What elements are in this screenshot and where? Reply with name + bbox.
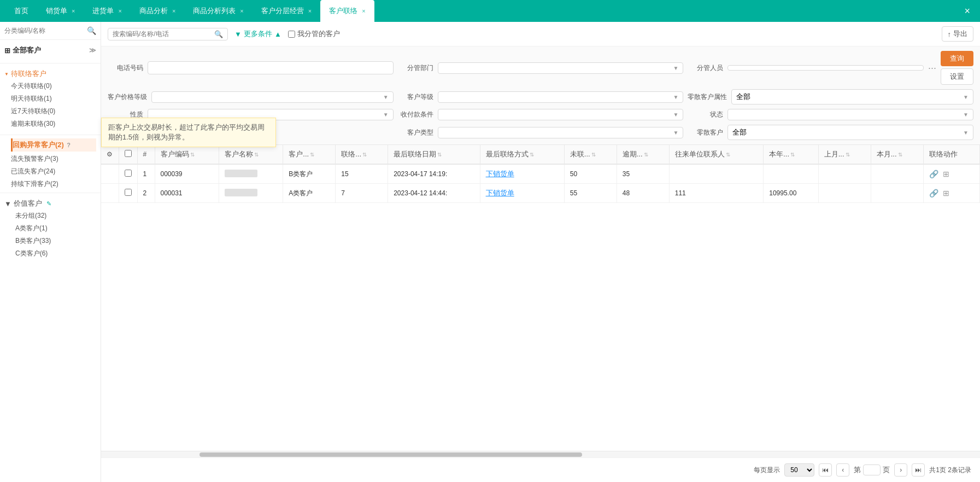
phone-input[interactable] xyxy=(148,61,394,74)
name-blurred xyxy=(225,189,257,196)
th-settings[interactable]: ⚙ xyxy=(101,145,119,164)
pagination-bar: 每页显示 50 20 100 ⏮ ‹ 第 1 页 › ⏭ 共1页 2条记录 xyxy=(101,457,980,482)
sidebar-item-lost-pre[interactable]: 流失预警客户(3) xyxy=(0,153,101,165)
status-select[interactable]: ▼ xyxy=(727,109,973,120)
scrollbar-thumb[interactable] xyxy=(199,452,582,457)
value-edit-icon[interactable]: ✎ xyxy=(46,200,51,207)
sort-icon-code: ⇅ xyxy=(190,152,195,158)
window-close-button[interactable]: × xyxy=(960,5,975,17)
content-area: 🔍 ▼ 更多条件 ▲ 我分管的客户 ↑ 导出 电话号码 xyxy=(101,22,980,482)
all-customers-header[interactable]: ⊞ 全部客户 ≫ xyxy=(4,43,96,57)
tab-product-analysis-list[interactable]: 商品分析列表 × xyxy=(184,0,252,22)
th-this-year: 本年...⇅ xyxy=(764,145,819,164)
row-checkbox[interactable] xyxy=(125,189,132,196)
abnormal-hint-icon[interactable]: ? xyxy=(67,142,71,148)
tab-customer-contact[interactable]: 客户联络 × xyxy=(320,0,374,22)
name-blurred xyxy=(225,170,257,177)
sidebar-item-declining[interactable]: 持续下滑客户(2) xyxy=(0,178,101,190)
cell-last-method: 下销货单 xyxy=(480,164,564,184)
more-dots-btn[interactable]: ··· xyxy=(928,62,936,74)
page-number-input[interactable]: 1 xyxy=(863,464,881,475)
cell-no-contact: 50 xyxy=(564,164,617,184)
settings-button[interactable]: 设置 xyxy=(941,68,973,85)
table-area: ⚙ # 客户编码⇅ 客户名称⇅ 客户...⇅ 联络... xyxy=(101,145,980,451)
page-first-btn[interactable]: ⏮ xyxy=(819,463,832,477)
cell-this-year: 10995.00 xyxy=(764,184,819,203)
sidebar-item-today[interactable]: 今天待联络(0) xyxy=(0,80,101,92)
sidebar-item-ungroup[interactable]: 未分组(32) xyxy=(4,210,96,222)
cell-checkbox[interactable] xyxy=(119,184,137,203)
sidebar-item-b-class[interactable]: B类客户(33) xyxy=(4,235,96,247)
sidebar-search-input[interactable] xyxy=(4,27,87,34)
manager-select[interactable] xyxy=(727,65,924,71)
close-tab-customer-contact[interactable]: × xyxy=(362,8,365,14)
tab-purchase-order[interactable]: 进货单 × xyxy=(84,0,130,22)
retail-attr-label: 零散客户属性 xyxy=(688,92,727,102)
close-tab-purchase[interactable]: × xyxy=(118,8,121,14)
customer-type-select[interactable]: ▼ xyxy=(438,127,684,138)
close-tab-customer-tier[interactable]: × xyxy=(308,8,312,14)
query-button[interactable]: 查询 xyxy=(941,51,973,66)
price-level-select[interactable]: ▼ xyxy=(151,91,394,103)
dept-select[interactable]: ▼ xyxy=(438,62,684,74)
action-grid-icon[interactable]: ⊞ xyxy=(943,170,949,178)
filter-bar: 🔍 ▼ 更多条件 ▲ 我分管的客户 ↑ 导出 xyxy=(101,22,980,47)
sidebar-item-overdue[interactable]: 逾期未联络(30) xyxy=(0,118,101,130)
horizontal-scrollbar[interactable] xyxy=(101,451,980,457)
pending-contact-title[interactable]: ▼ 待联络客户 xyxy=(0,68,101,80)
sidebar-item-tomorrow[interactable]: 明天待联络(1) xyxy=(0,92,101,105)
sidebar-item-a-class[interactable]: A类客户(1) xyxy=(4,222,96,235)
retail-attr-select[interactable]: 全部 ▼ xyxy=(731,89,973,104)
sidebar-item-c-class[interactable]: C类客户(6) xyxy=(4,247,96,260)
payment-select[interactable]: ▼ xyxy=(438,109,684,120)
per-page-select[interactable]: 50 20 100 xyxy=(784,463,814,477)
my-customers-checkbox[interactable] xyxy=(288,31,295,38)
tab-customer-tier[interactable]: 客户分层经营 × xyxy=(253,0,320,22)
export-button[interactable]: ↑ 导出 xyxy=(942,26,974,42)
th-level: 客户...⇅ xyxy=(283,145,336,164)
table-row: 2 000031 A类客户 7 2023-04-12 14:44: 下销货单 5… xyxy=(101,184,980,203)
tab-home[interactable]: 首页 xyxy=(5,0,37,22)
page-prev-btn[interactable]: ‹ xyxy=(836,463,849,477)
cell-checkbox[interactable] xyxy=(119,164,137,184)
last-method-link[interactable]: 下销货单 xyxy=(486,189,514,197)
cell-last-contact: 2023-04-17 14:19: xyxy=(388,164,480,184)
last-method-link[interactable]: 下销货单 xyxy=(486,170,514,178)
sidebar-collapse-btn[interactable]: ≫ xyxy=(89,47,96,54)
action-grid-icon[interactable]: ⊞ xyxy=(943,189,949,198)
cell-level: B类客户 xyxy=(283,164,336,184)
pending-contact-group: ▼ 待联络客户 今天待联络(0) 明天待联络(1) 近7天待联络(0) 逾期未联… xyxy=(0,66,101,132)
sidebar-item-abnormal[interactable]: 回购异常客户(2) ? xyxy=(11,138,96,152)
close-tab-sales[interactable]: × xyxy=(72,8,75,14)
tab-sales-order[interactable]: 销货单 × xyxy=(37,0,84,22)
close-tab-product[interactable]: × xyxy=(172,8,175,14)
retail-attr-chevron: ▼ xyxy=(963,94,969,100)
sidebar-divider-3 xyxy=(0,193,101,193)
more-conditions-btn[interactable]: ▼ 更多条件 ▲ xyxy=(234,29,281,39)
row-checkbox[interactable] xyxy=(125,170,132,177)
select-all-checkbox[interactable] xyxy=(125,150,132,157)
sidebar-all-customers: ⊞ 全部客户 ≫ xyxy=(0,40,101,61)
sidebar-item-lost[interactable]: 已流失客户(24) xyxy=(0,165,101,178)
cell-num: 1 xyxy=(137,164,155,184)
page-last-btn[interactable]: ⏭ xyxy=(912,463,925,477)
th-code: 客户编码⇅ xyxy=(155,145,219,164)
value-customer-header[interactable]: ▼ 价值客户 ✎ xyxy=(4,198,96,210)
tab-product-analysis[interactable]: 商品分析 × xyxy=(131,0,184,22)
action-link-icon[interactable]: 🔗 xyxy=(929,189,938,198)
cell-settings xyxy=(101,184,119,203)
action-link-icon[interactable]: 🔗 xyxy=(929,170,938,178)
sort-icon-this-month: ⇅ xyxy=(898,152,902,158)
main-search-input[interactable] xyxy=(113,30,214,38)
per-page-label: 每页显示 xyxy=(754,466,780,475)
retail-select[interactable]: 全部 ▼ xyxy=(727,125,973,140)
main-search-icon[interactable]: 🔍 xyxy=(214,30,223,38)
page-next-btn[interactable]: › xyxy=(894,463,907,477)
sidebar-item-7days[interactable]: 近7天待联络(0) xyxy=(0,105,101,118)
sidebar-search-icon[interactable]: 🔍 xyxy=(87,26,96,35)
customer-level-select[interactable]: ▼ xyxy=(438,91,684,103)
th-checkbox[interactable] xyxy=(119,145,137,164)
cell-this-year xyxy=(764,164,819,184)
filter-row-retail-attr: 零散客户属性 全部 ▼ xyxy=(688,89,973,104)
close-tab-product-list[interactable]: × xyxy=(240,8,243,14)
